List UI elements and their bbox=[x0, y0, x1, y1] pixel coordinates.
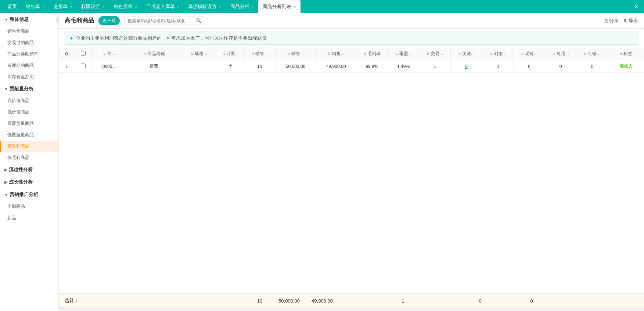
share-button[interactable]: ⎘ 分享 bbox=[605, 18, 619, 24]
cell-spec bbox=[181, 60, 217, 73]
nav-tab-进货单[interactable]: 进货单× bbox=[49, 0, 76, 13]
sidebar-item-低覆盖量商品[interactable]: 低覆盖量商品 bbox=[0, 129, 58, 141]
sidebar-item-库存资金占用[interactable]: 库存资金占用 bbox=[0, 71, 58, 83]
search-input[interactable] bbox=[127, 18, 194, 23]
content-area: 高毛利商品 近一月 🔍 ⎘ 分享 ⬆ 导出 ✦ 企业的主要的利润都是这部分商品创… bbox=[59, 13, 644, 311]
main-layout: « ▼整体信息销售类商品交易过的商品商品分类助销率有库存的商品库存资金占用▼贡献… bbox=[0, 13, 644, 311]
cell-gross_rate: 99.8% bbox=[356, 60, 388, 73]
top-nav: 首页销售单×进货单×权限设置×角色授权×产成品入库单×单据模板设置×商品分析×商… bbox=[0, 0, 644, 13]
col-browse1[interactable]: ⇅ 浏览... bbox=[450, 48, 482, 60]
col-sales_qty[interactable]: ⇅ 销售... bbox=[244, 48, 276, 60]
sidebar-section-整体信息[interactable]: ▼整体信息 bbox=[0, 13, 58, 26]
col-stock1[interactable]: ⇅ 现有... bbox=[514, 48, 545, 60]
share-icon: ⎘ bbox=[605, 18, 608, 23]
sidebar-section-贡献量分析[interactable]: ▼贡献量分析 bbox=[0, 83, 58, 95]
col-unit[interactable]: ⇅ 计量... bbox=[217, 48, 244, 60]
col-settings[interactable]: ⚙ bbox=[59, 48, 75, 60]
table-row: 10000...运费个1050,000.0049,900.0099.8%1.49… bbox=[59, 60, 644, 73]
cell-name: 运费 bbox=[127, 60, 181, 73]
row-checkbox[interactable] bbox=[81, 64, 86, 68]
sidebar-item-销售类商品[interactable]: 销售类商品 bbox=[0, 26, 58, 37]
cell-sales_qty: 10 bbox=[244, 60, 276, 73]
footer-sales-amt: 50,000.00 bbox=[273, 298, 306, 304]
sidebar-item-交易过的商品[interactable]: 交易过的商品 bbox=[0, 37, 58, 48]
nav-tab-商品分析列表[interactable]: 商品分析列表× bbox=[258, 0, 300, 13]
col-checkbox[interactable] bbox=[75, 48, 91, 60]
col-stock2[interactable]: ⇅ 可用... bbox=[545, 48, 576, 60]
table-container: ⚙⇅ 商...⇅ 商品名称⇅ 规格...⇅ 计量...⇅ 销售...⇅ 销售..… bbox=[59, 48, 644, 293]
close-all-button[interactable]: × bbox=[632, 3, 641, 10]
footer-trade: 1 bbox=[390, 298, 416, 304]
sidebar-item-高毛利商品[interactable]: 高毛利商品 bbox=[0, 141, 58, 152]
footer-stock1: 0 bbox=[467, 298, 493, 304]
col-sellable[interactable]: ⇅ 可销... bbox=[576, 48, 608, 60]
sidebar-item-新品[interactable]: 新品 bbox=[0, 212, 58, 224]
page-title: 高毛利商品 bbox=[65, 17, 94, 25]
tab-close-icon[interactable]: × bbox=[252, 4, 254, 9]
footer-sellable: 0 bbox=[519, 298, 544, 304]
bottom-scrollbar[interactable] bbox=[59, 307, 644, 311]
select-all-checkbox[interactable] bbox=[81, 51, 86, 56]
col-browse2[interactable]: ⇅ 浏览... bbox=[482, 48, 514, 60]
cell-sales_amt: 50,000.00 bbox=[276, 60, 316, 73]
col-trade[interactable]: ⇅ 交易... bbox=[419, 48, 451, 60]
sidebar-item-高覆盖量商品[interactable]: 高覆盖量商品 bbox=[0, 118, 58, 129]
cell-settings: 1 bbox=[59, 60, 75, 73]
sidebar-item-低价值商品[interactable]: 低价值商品 bbox=[0, 106, 58, 118]
footer-sales-profit: 49,900.00 bbox=[306, 298, 339, 304]
cell-browse2: 0 bbox=[482, 60, 514, 73]
col-tag[interactable]: ⇅ 标签 bbox=[608, 48, 644, 60]
info-banner: ✦ 企业的主要的利润都是这部分商品创造的，可考虑加大推广，同时关注库存是不要出现… bbox=[65, 32, 638, 45]
cell-checkbox[interactable] bbox=[75, 60, 91, 73]
nav-tab-角色授权[interactable]: 角色授权× bbox=[109, 0, 141, 13]
cell-code: 0000... bbox=[91, 60, 127, 73]
filter-recent-month-button[interactable]: 近一月 bbox=[98, 16, 120, 25]
cell-stock1: 0 bbox=[514, 60, 545, 73]
sidebar: « ▼整体信息销售类商品交易过的商品商品分类助销率有库存的商品库存资金占用▼贡献… bbox=[0, 13, 59, 311]
col-spec[interactable]: ⇅ 规格... bbox=[181, 48, 217, 60]
data-table: ⚙⇅ 商...⇅ 商品名称⇅ 规格...⇅ 计量...⇅ 销售...⇅ 销售..… bbox=[59, 48, 644, 73]
col-cover[interactable]: ⇅ 覆盖... bbox=[388, 48, 419, 60]
col-sales_amt[interactable]: ⇅ 销售... bbox=[276, 48, 316, 60]
sidebar-item-全部商品[interactable]: 全部商品 bbox=[0, 201, 58, 212]
nav-tab-产成品入库单[interactable]: 产成品入库单× bbox=[142, 0, 184, 13]
sidebar-item-低毛利商品[interactable]: 低毛利商品 bbox=[0, 152, 58, 163]
export-icon: ⬆ bbox=[623, 18, 627, 23]
footer-sales-qty: 10 bbox=[247, 298, 273, 304]
sidebar-section-流趋性分析[interactable]: ▶流趋性分析 bbox=[0, 163, 58, 176]
col-code[interactable]: ⇅ 商... bbox=[91, 48, 127, 60]
tab-close-icon[interactable]: × bbox=[70, 4, 72, 9]
nav-tab-权限设置[interactable]: 权限设置× bbox=[77, 0, 109, 13]
sidebar-item-商品分类助销率[interactable]: 商品分类助销率 bbox=[0, 48, 58, 60]
cell-unit: 个 bbox=[217, 60, 244, 73]
tab-close-icon[interactable]: × bbox=[294, 4, 296, 9]
table-footer: 合计： 10 50,000.00 49,900.00 bbox=[59, 293, 644, 307]
nav-tab-销售单[interactable]: 销售单× bbox=[21, 0, 49, 13]
cell-tag: 高收入 bbox=[608, 60, 644, 73]
sidebar-section-成长性分析[interactable]: ▶成长性分析 bbox=[0, 176, 58, 188]
sidebar-item-有库存的商品[interactable]: 有库存的商品 bbox=[0, 60, 58, 71]
search-box: 🔍 bbox=[124, 17, 205, 25]
col-name[interactable]: ⇅ 商品名称 bbox=[127, 48, 181, 60]
tab-close-icon[interactable]: × bbox=[135, 4, 137, 9]
sidebar-section-营销推广分析[interactable]: ▼营销推广分析 bbox=[0, 188, 58, 201]
info-icon: ✦ bbox=[69, 36, 73, 41]
tab-close-icon[interactable]: × bbox=[177, 4, 179, 9]
sidebar-item-高价值商品[interactable]: 高价值商品 bbox=[0, 95, 58, 106]
tab-close-icon[interactable]: × bbox=[42, 4, 44, 9]
nav-tab-单据模板设置[interactable]: 单据模板设置× bbox=[184, 0, 226, 13]
col-sales_profit[interactable]: ⇅ 销售... bbox=[316, 48, 356, 60]
footer-label: 合计： bbox=[65, 297, 94, 304]
cell-sales_profit: 49,900.00 bbox=[316, 60, 356, 73]
col-gross_rate[interactable]: ⇅ 毛利率 bbox=[356, 48, 388, 60]
footer-cells: 10 50,000.00 49,900.00 1 0 0 bbox=[94, 298, 638, 304]
export-button[interactable]: ⬆ 导出 bbox=[623, 18, 638, 24]
nav-tab-首页[interactable]: 首页 bbox=[3, 0, 21, 13]
tab-close-icon[interactable]: × bbox=[102, 4, 105, 9]
nav-tab-商品分析[interactable]: 商品分析× bbox=[226, 0, 258, 13]
tab-close-icon[interactable]: × bbox=[219, 4, 221, 9]
content-header: 高毛利商品 近一月 🔍 ⎘ 分享 ⬆ 导出 bbox=[59, 13, 644, 29]
cell-browse1[interactable]: 0 bbox=[450, 60, 482, 73]
cell-trade: 1 bbox=[419, 60, 451, 73]
cell-sellable: 0 bbox=[576, 60, 608, 73]
